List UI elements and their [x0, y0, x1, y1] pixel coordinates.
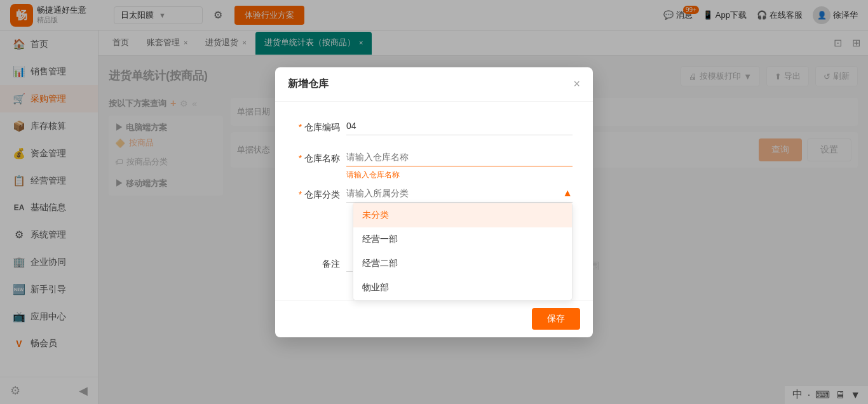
modal-save-button[interactable]: 保存 — [532, 308, 580, 330]
warehouse-note-label: 备注 — [295, 253, 346, 270]
dropdown-item-dept2[interactable]: 经营二部 — [353, 252, 572, 276]
category-arrow-icon[interactable]: ▲ — [562, 187, 573, 199]
modal-overlay: 新增仓库 × * 仓库编码 * — [98, 30, 868, 404]
warehouse-name-label: * 仓库名称 — [295, 148, 346, 165]
warehouse-code-input[interactable] — [346, 117, 573, 135]
category-input[interactable] — [346, 184, 573, 203]
warehouse-category-row: * 仓库分类 ▲ 未分类 经营一部 经营二部 物业部 — [295, 184, 573, 203]
content-area: 首页 账套管理 × 进货退货 × 进货单统计表（按商品） × ⊡ ⊞ 进货单统计… — [98, 30, 868, 404]
modal-footer: 保存 — [275, 300, 593, 337]
add-warehouse-modal: 新增仓库 × * 仓库编码 * — [275, 67, 593, 337]
category-dropdown: 未分类 经营一部 经营二部 物业部 — [353, 203, 573, 300]
modal-body: * 仓库编码 * 仓库名称 请输入仓库名称 — [275, 102, 593, 300]
warehouse-name-row: * 仓库名称 请输入仓库名称 — [295, 148, 573, 166]
modal-close-button[interactable]: × — [573, 77, 580, 91]
warehouse-category-select[interactable]: ▲ — [346, 184, 573, 203]
modal-header: 新增仓库 × — [275, 67, 593, 102]
dropdown-item-dept1[interactable]: 经营一部 — [353, 227, 572, 252]
warehouse-category-label: * 仓库分类 — [295, 184, 346, 201]
dropdown-item-property[interactable]: 物业部 — [353, 276, 572, 300]
warehouse-name-error: 请输入仓库名称 — [346, 170, 400, 178]
modal-title: 新增仓库 — [288, 77, 329, 91]
warehouse-code-row: * 仓库编码 — [295, 117, 573, 135]
warehouse-name-input[interactable] — [346, 148, 573, 166]
warehouse-code-label: * 仓库编码 — [295, 117, 346, 133]
dropdown-item-uncategorized[interactable]: 未分类 — [353, 203, 572, 227]
main-layout: 🏠 首页 📊 销售管理 🛒 采购管理 📦 库存核算 💰 资金管理 📋 经营管理 … — [0, 30, 868, 404]
